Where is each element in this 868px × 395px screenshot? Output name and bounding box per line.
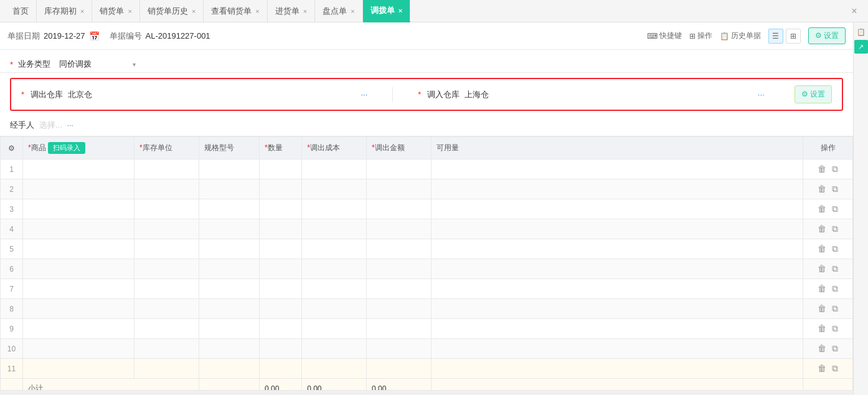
row-spec-10[interactable] (199, 339, 260, 359)
delete-button-11[interactable]: 🗑 (818, 363, 826, 373)
row-cost-9[interactable] (302, 319, 367, 339)
list-view-button[interactable]: ☰ (768, 29, 783, 44)
row-quantity-2[interactable] (260, 179, 302, 199)
row-cost-3[interactable] (302, 199, 367, 219)
row-spec-8[interactable] (199, 299, 260, 319)
row-quantity-4[interactable] (260, 219, 302, 239)
row-available-2[interactable] (432, 179, 803, 199)
row-quantity-11[interactable] (260, 359, 302, 379)
row-quantity-9[interactable] (260, 319, 302, 339)
copy-button-9[interactable]: ⧉ (832, 323, 838, 333)
sidebar-export-button[interactable]: ↗ (854, 40, 868, 54)
date-value[interactable]: 2019-12-27 (44, 31, 85, 40)
row-unit-2[interactable] (134, 179, 199, 199)
row-amount-3[interactable] (367, 199, 432, 219)
row-amount-5[interactable] (367, 239, 432, 259)
row-cost-1[interactable] (302, 159, 367, 179)
row-unit-3[interactable] (134, 199, 199, 219)
history-button[interactable]: 📋 历史单据 (720, 31, 761, 41)
row-unit-11[interactable] (134, 359, 199, 379)
row-cost-8[interactable] (302, 299, 367, 319)
row-unit-9[interactable] (134, 319, 199, 339)
row-amount-11[interactable] (367, 359, 432, 379)
row-amount-9[interactable] (367, 319, 432, 339)
copy-button-2[interactable]: ⧉ (832, 184, 838, 194)
delete-button-2[interactable]: 🗑 (818, 184, 826, 194)
row-spec-9[interactable] (199, 319, 260, 339)
row-cost-11[interactable] (302, 359, 367, 379)
col-gear[interactable]: ⚙ (1, 137, 23, 159)
tab-transfer-close[interactable]: × (399, 7, 402, 14)
copy-button-8[interactable]: ⧉ (832, 303, 838, 313)
row-quantity-7[interactable] (260, 279, 302, 299)
row-cost-7[interactable] (302, 279, 367, 299)
agent-select[interactable]: 选择... (39, 120, 62, 131)
tab-purchase[interactable]: 进货单 × (268, 0, 315, 22)
row-quantity-8[interactable] (260, 299, 302, 319)
row-product-11[interactable] (23, 359, 134, 379)
agent-more-icon[interactable]: ··· (67, 121, 73, 130)
row-quantity-1[interactable] (260, 159, 302, 179)
tab-inventory-init[interactable]: 库存期初 × (37, 0, 92, 22)
row-product-2[interactable] (23, 179, 134, 199)
tab-view-sales-close[interactable]: × (255, 7, 259, 15)
copy-button-1[interactable]: ⧉ (832, 164, 838, 174)
row-unit-4[interactable] (134, 219, 199, 239)
row-spec-11[interactable] (199, 359, 260, 379)
horizontal-scrollbar[interactable] (0, 390, 853, 395)
row-available-11[interactable] (432, 359, 803, 379)
row-product-7[interactable] (23, 279, 134, 299)
row-quantity-5[interactable] (260, 239, 302, 259)
shortcuts-button[interactable]: ⌨ 快捷键 (647, 31, 682, 41)
row-available-10[interactable] (432, 339, 803, 359)
delete-button-7[interactable]: 🗑 (818, 283, 826, 293)
delete-button-9[interactable]: 🗑 (818, 323, 826, 333)
row-unit-8[interactable] (134, 299, 199, 319)
tab-inventory-check[interactable]: 盘点单 × (315, 0, 362, 22)
row-product-6[interactable] (23, 259, 134, 279)
row-cost-4[interactable] (302, 219, 367, 239)
row-product-3[interactable] (23, 199, 134, 219)
row-product-8[interactable] (23, 299, 134, 319)
row-product-10[interactable] (23, 339, 134, 359)
settings-button[interactable]: ⚙ 设置 (808, 27, 846, 44)
row-cost-5[interactable] (302, 239, 367, 259)
copy-button-10[interactable]: ⧉ (832, 343, 838, 353)
copy-button-11[interactable]: ⧉ (832, 363, 838, 373)
row-amount-4[interactable] (367, 219, 432, 239)
row-spec-3[interactable] (199, 199, 260, 219)
row-available-6[interactable] (432, 259, 803, 279)
in-warehouse-more-icon[interactable]: ··· (758, 90, 765, 99)
row-spec-6[interactable] (199, 259, 260, 279)
operations-button[interactable]: ⊞ 操作 (689, 31, 712, 41)
row-spec-4[interactable] (199, 219, 260, 239)
tab-inventory-check-close[interactable]: × (351, 7, 354, 15)
scan-button[interactable]: 扫码录入 (48, 142, 85, 154)
tab-sales-order-close[interactable]: × (128, 7, 131, 15)
copy-button-7[interactable]: ⧉ (832, 283, 838, 293)
close-all-tabs-button[interactable]: × (846, 2, 863, 20)
copy-button-6[interactable]: ⧉ (832, 264, 838, 274)
row-available-7[interactable] (432, 279, 803, 299)
delete-button-1[interactable]: 🗑 (818, 164, 826, 174)
tab-sales-history-close[interactable]: × (192, 7, 196, 15)
row-product-4[interactable] (23, 219, 134, 239)
tab-home[interactable]: 首页 (5, 0, 37, 22)
row-amount-1[interactable] (367, 159, 432, 179)
tab-inventory-init-close[interactable]: × (80, 7, 84, 15)
row-spec-5[interactable] (199, 239, 260, 259)
row-unit-5[interactable] (134, 239, 199, 259)
delete-button-3[interactable]: 🗑 (818, 204, 826, 214)
row-product-1[interactable] (23, 159, 134, 179)
row-amount-6[interactable] (367, 259, 432, 279)
row-spec-2[interactable] (199, 179, 260, 199)
row-available-1[interactable] (432, 159, 803, 179)
row-available-8[interactable] (432, 299, 803, 319)
row-amount-10[interactable] (367, 339, 432, 359)
row-cost-10[interactable] (302, 339, 367, 359)
tab-view-sales[interactable]: 查看销货单 × (204, 0, 267, 22)
tab-transfer[interactable]: 调拨单 × (363, 0, 410, 22)
grid-view-button[interactable]: ⊞ (786, 29, 801, 44)
row-spec-1[interactable] (199, 159, 260, 179)
row-available-4[interactable] (432, 219, 803, 239)
